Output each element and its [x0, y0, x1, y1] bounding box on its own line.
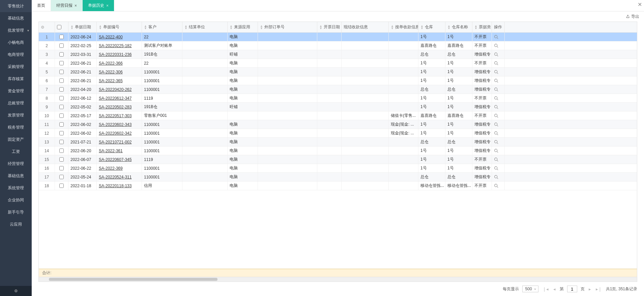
magnifier-icon[interactable] — [494, 43, 498, 48]
page-input[interactable] — [567, 286, 577, 292]
cell-no[interactable]: SA-2022-366 — [97, 59, 142, 67]
table-row[interactable]: 122022-06-02SA-20220602-3421100001电脑现金(现… — [39, 129, 637, 138]
cell-op[interactable] — [492, 76, 505, 85]
cell-op[interactable] — [492, 129, 505, 137]
magnifier-icon[interactable] — [494, 105, 498, 109]
col-date[interactable]: ▲▼单据日期 — [68, 22, 97, 32]
table-row[interactable]: 112022-06-02SA-20220602-3431100001电脑现金(现… — [39, 120, 637, 129]
cell-chk[interactable] — [55, 173, 68, 181]
magnifier-icon[interactable] — [494, 35, 498, 39]
doc-link[interactable]: SA-2022-361 — [99, 149, 123, 153]
doc-link[interactable]: SA-2022-306 — [99, 70, 123, 74]
cell-chk[interactable] — [55, 50, 68, 59]
doc-link[interactable]: SA-20220602-343 — [99, 122, 131, 127]
magnifier-icon[interactable] — [494, 122, 498, 127]
close-all-icon[interactable]: ✕ — [638, 1, 642, 8]
sidebar-item-17[interactable]: 新手引导 — [0, 206, 32, 218]
cell-chk[interactable] — [55, 94, 68, 102]
cell-chk[interactable] — [55, 120, 68, 129]
cell-chk[interactable] — [55, 111, 68, 120]
cell-chk[interactable] — [55, 138, 68, 146]
table-row[interactable]: 82022-06-12SA-20220612-3471119电脑1号1号不开票 — [39, 94, 637, 103]
export-button[interactable]: 导出 — [626, 14, 639, 20]
cell-no[interactable]: SA-20210721-002 — [97, 138, 142, 146]
cell-chk[interactable] — [55, 155, 68, 164]
cell-op[interactable] — [492, 120, 505, 129]
table-row[interactable]: 22022-02-25SA-20220225-182测试客户对账单电脑嘉喜路仓嘉… — [39, 41, 637, 50]
col-chk[interactable] — [55, 22, 68, 32]
row-checkbox[interactable] — [59, 70, 64, 74]
cell-op[interactable] — [492, 164, 505, 172]
row-checkbox[interactable] — [59, 43, 64, 48]
cell-no[interactable]: SA-20220607-345 — [97, 155, 142, 164]
cell-op[interactable] — [492, 50, 505, 59]
cell-op[interactable] — [492, 146, 505, 155]
sidebar-item-15[interactable]: 系统管理 — [0, 182, 32, 194]
doc-link[interactable]: SA-2022-366 — [99, 61, 123, 66]
cell-op[interactable] — [492, 182, 505, 190]
row-checkbox[interactable] — [59, 61, 64, 65]
table-row[interactable]: 42022-06-21SA-2022-36622电脑1号1号不开票 — [39, 59, 637, 68]
cell-no[interactable]: SA-20220602-343 — [97, 120, 142, 129]
doc-link[interactable]: SA-20220602-342 — [99, 131, 131, 136]
doc-link[interactable]: SA-20220331-236 — [99, 52, 131, 57]
table-row[interactable]: 92022-05-02SA-20220502-283191B仓旺铺1号1号增值税… — [39, 103, 637, 111]
doc-link[interactable]: SA-20220517-303 — [99, 113, 131, 118]
row-checkbox[interactable] — [59, 52, 64, 57]
table-row[interactable]: 62022-06-21SA-2022-3651100001电脑1号1号增值税专 — [39, 76, 637, 85]
cell-chk[interactable] — [55, 33, 68, 41]
cell-chk[interactable] — [55, 146, 68, 155]
magnifier-icon[interactable] — [494, 61, 498, 65]
row-checkbox[interactable] — [59, 78, 64, 83]
sidebar-settings[interactable]: ⚙ — [0, 286, 32, 296]
cell-no[interactable]: SA-2022-306 — [97, 68, 142, 76]
magnifier-icon[interactable] — [494, 184, 498, 188]
cell-no[interactable]: SA-20220331-236 — [97, 50, 142, 59]
sidebar-item-12[interactable]: 工资 — [0, 145, 32, 158]
row-checkbox[interactable] — [59, 35, 64, 39]
select-all-checkbox[interactable] — [57, 25, 61, 29]
sidebar-item-18[interactable]: 云应用 — [0, 218, 32, 230]
row-checkbox[interactable] — [59, 140, 64, 144]
sidebar-item-6[interactable]: 库存核算 — [0, 73, 32, 85]
cell-op[interactable] — [492, 94, 505, 102]
row-checkbox[interactable] — [59, 87, 64, 92]
row-checkbox[interactable] — [59, 105, 64, 109]
table-row[interactable]: 182022-01-18SA-20220118-133信用电脑移动仓管拣...移… — [39, 182, 637, 190]
cell-op[interactable] — [492, 68, 505, 76]
doc-link[interactable]: SA-20220118-133 — [99, 184, 131, 188]
cell-no[interactable]: SA-2022-400 — [97, 33, 142, 41]
doc-link[interactable]: SA-20220225-182 — [99, 43, 131, 48]
table-row[interactable]: 152022-06-07SA-20220607-3451119电脑1号1号不开票 — [39, 155, 637, 164]
magnifier-icon[interactable] — [494, 131, 498, 135]
cell-op[interactable] — [492, 85, 505, 94]
sidebar-item-0[interactable]: 零售统计 — [0, 0, 32, 12]
cell-op[interactable] — [492, 155, 505, 164]
magnifier-icon[interactable] — [494, 70, 498, 74]
sidebar-item-16[interactable]: 企业协同 — [0, 194, 32, 206]
doc-link[interactable]: SA-20220502-283 — [99, 105, 131, 109]
cell-no[interactable]: SA-20220502-283 — [97, 103, 142, 111]
cell-chk[interactable] — [55, 103, 68, 111]
sidebar-item-13[interactable]: 经营管理 — [0, 158, 32, 170]
doc-link[interactable]: SA-2022-369 — [99, 166, 123, 171]
cell-no[interactable]: SA-2022-369 — [97, 164, 142, 172]
row-checkbox[interactable] — [59, 175, 64, 179]
table-row[interactable]: 52022-06-21SA-2022-3061100001电脑1号1号增值税专 — [39, 68, 637, 76]
col-whn[interactable]: ▲▼仓库名称 — [445, 22, 472, 32]
col-settle[interactable]: ▲▼结算单位 — [182, 22, 228, 32]
sidebar-item-7[interactable]: 资金管理 — [0, 85, 32, 97]
table-row[interactable]: 142022-06-20SA-2022-3611100001电脑1号1号增值税专 — [39, 146, 637, 155]
horizontal-scrollbar[interactable] — [39, 277, 637, 282]
page-first-icon[interactable]: ❘◂ — [542, 287, 549, 292]
magnifier-icon[interactable] — [494, 87, 498, 92]
magnifier-icon[interactable] — [494, 157, 498, 162]
table-row[interactable]: 72022-04-20SA-20220420-2621100001电脑总仓总仓增… — [39, 85, 637, 94]
magnifier-icon[interactable] — [494, 149, 498, 153]
doc-link[interactable]: SA-20220612-347 — [99, 96, 131, 101]
magnifier-icon[interactable] — [494, 78, 498, 83]
table-row[interactable]: 162022-06-22SA-2022-3691100001电脑1号1号增值税专 — [39, 164, 637, 173]
cell-op[interactable] — [492, 41, 505, 50]
tab-0[interactable]: 首页 — [32, 0, 51, 11]
cell-no[interactable]: SA-20220612-347 — [97, 94, 142, 102]
